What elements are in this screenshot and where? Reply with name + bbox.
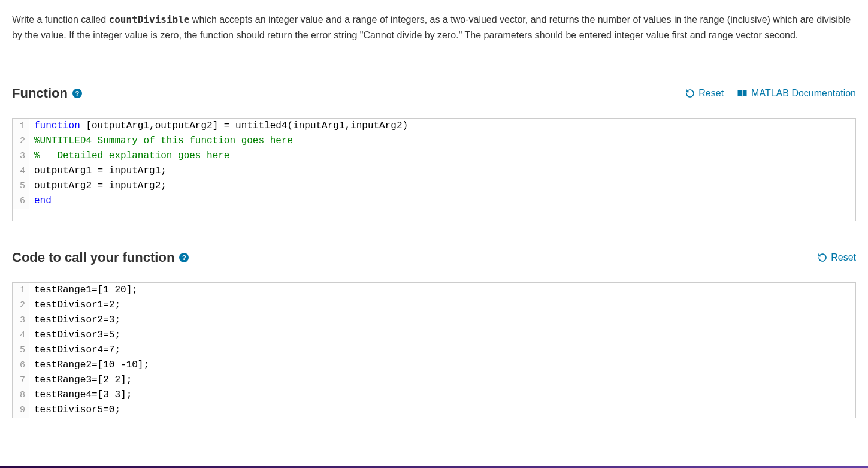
line-number: 2	[13, 298, 29, 313]
function-actions: Reset MATLAB Documentation	[685, 88, 856, 99]
problem-prefix: Write a function called	[12, 14, 109, 25]
code-line[interactable]: 4outputArg1 = inputArg1;	[13, 164, 855, 179]
code-content[interactable]: testDivisor3=5;	[29, 328, 120, 343]
function-code-editor[interactable]: 1function [outputArg1,outputArg2] = unti…	[12, 118, 856, 221]
code-line[interactable]: 3% Detailed explanation goes here	[13, 149, 855, 164]
code-line[interactable]: 5testDivisor4=7;	[13, 343, 855, 358]
code-content[interactable]: testRange2=[10 -10];	[29, 358, 149, 373]
function-section-header: Function ? Reset MATLAB Documentation	[12, 86, 856, 101]
line-number: 5	[13, 343, 29, 358]
matlab-documentation-link[interactable]: MATLAB Documentation	[737, 88, 856, 99]
code-line[interactable]: 1testRange1=[1 20];	[13, 283, 855, 298]
code-content[interactable]: outputArg1 = inputArg1;	[29, 164, 167, 179]
code-content[interactable]: testDivisor4=7;	[29, 343, 120, 358]
code-content[interactable]: testDivisor5=0;	[29, 403, 120, 418]
call-title-wrap: Code to call your function ?	[12, 250, 189, 265]
line-number: 3	[13, 313, 29, 328]
problem-statement: Write a function called countDivisible w…	[12, 12, 856, 44]
line-number: 1	[13, 283, 29, 298]
call-code-editor[interactable]: 1testRange1=[1 20];2testDivisor1=2;3test…	[12, 282, 856, 418]
reset-icon	[685, 89, 695, 98]
reset-button[interactable]: Reset	[818, 252, 856, 263]
call-title: Code to call your function	[12, 250, 174, 265]
reset-icon	[818, 253, 827, 262]
code-content[interactable]: testRange3=[2 2];	[29, 373, 132, 388]
code-line[interactable]: 6end	[13, 194, 855, 209]
line-number: 3	[13, 149, 29, 164]
code-line[interactable]: 9testDivisor5=0;	[13, 403, 855, 418]
code-line[interactable]: 4testDivisor3=5;	[13, 328, 855, 343]
line-number: 1	[13, 119, 29, 134]
code-line[interactable]: 3testDivisor2=3;	[13, 313, 855, 328]
help-icon[interactable]: ?	[179, 253, 189, 262]
reset-label: Reset	[831, 252, 856, 263]
code-line[interactable]: 8testRange4=[3 3];	[13, 388, 855, 403]
function-title: Function	[12, 86, 68, 101]
doc-label: MATLAB Documentation	[751, 88, 856, 99]
code-line[interactable]: 7testRange3=[2 2];	[13, 373, 855, 388]
code-line[interactable]: 2%UNTITLED4 Summary of this function goe…	[13, 134, 855, 149]
code-line[interactable]: 6testRange2=[10 -10];	[13, 358, 855, 373]
code-content[interactable]: % Detailed explanation goes here	[29, 149, 229, 164]
help-icon[interactable]: ?	[72, 89, 82, 98]
line-number: 4	[13, 328, 29, 343]
reset-button[interactable]: Reset	[685, 88, 724, 99]
call-actions: Reset	[818, 252, 856, 263]
code-content[interactable]: %UNTITLED4 Summary of this function goes…	[29, 134, 293, 149]
line-number: 2	[13, 134, 29, 149]
code-content[interactable]: outputArg2 = inputArg2;	[29, 179, 167, 194]
call-section-header: Code to call your function ? Reset	[12, 250, 856, 265]
code-line[interactable]: 2testDivisor1=2;	[13, 298, 855, 313]
code-line[interactable]: 5outputArg2 = inputArg2;	[13, 179, 855, 194]
code-content[interactable]: function [outputArg1,outputArg2] = untit…	[29, 119, 408, 134]
line-number: 4	[13, 164, 29, 179]
line-number: 6	[13, 194, 29, 209]
problem-func-name: countDivisible	[109, 14, 190, 25]
code-content[interactable]: testDivisor1=2;	[29, 298, 120, 313]
line-number: 5	[13, 179, 29, 194]
line-number: 7	[13, 373, 29, 388]
line-number: 8	[13, 388, 29, 403]
code-content[interactable]: testDivisor2=3;	[29, 313, 120, 328]
line-number: 9	[13, 403, 29, 418]
book-icon	[737, 89, 748, 98]
line-number: 6	[13, 358, 29, 373]
code-content[interactable]: testRange4=[3 3];	[29, 388, 132, 403]
reset-label: Reset	[698, 88, 724, 99]
code-content[interactable]: testRange1=[1 20];	[29, 283, 138, 298]
code-line[interactable]: 1function [outputArg1,outputArg2] = unti…	[13, 119, 855, 134]
code-content[interactable]: end	[29, 194, 52, 209]
function-title-wrap: Function ?	[12, 86, 82, 101]
